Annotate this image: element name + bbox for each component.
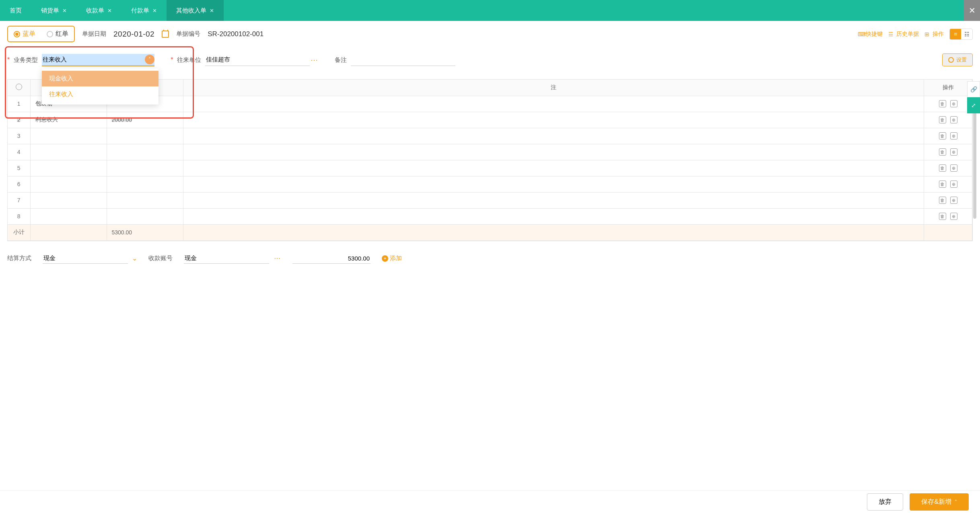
close-icon[interactable]: ✕ bbox=[210, 8, 214, 14]
delete-row-icon[interactable]: 🗑 bbox=[939, 116, 946, 123]
table-row[interactable]: 5🗑⊕ bbox=[8, 160, 972, 176]
row-amount-cell[interactable]: 2000.00 bbox=[107, 112, 183, 128]
date-value[interactable]: 2020-01-02 bbox=[113, 30, 154, 39]
add-row-icon[interactable]: ⊕ bbox=[950, 132, 957, 140]
table-row[interactable]: 8🗑⊕ bbox=[8, 208, 972, 224]
row-name-cell[interactable] bbox=[30, 208, 107, 224]
ellipsis-icon[interactable]: ⋯ bbox=[274, 254, 281, 262]
add-row-icon[interactable]: ⊕ bbox=[950, 164, 957, 172]
row-amount-cell[interactable] bbox=[107, 192, 183, 208]
row-amount-cell[interactable] bbox=[107, 160, 183, 176]
radio-red-bill[interactable]: 红单 bbox=[41, 27, 74, 41]
delete-row-icon[interactable]: 🗑 bbox=[939, 100, 946, 107]
add-settlement-button[interactable]: +添加 bbox=[382, 254, 402, 262]
row-index: 1 bbox=[8, 96, 30, 112]
delete-row-icon[interactable]: 🗑 bbox=[939, 197, 946, 204]
table-row[interactable]: 7🗑⊕ bbox=[8, 192, 972, 208]
close-icon[interactable]: ✕ bbox=[62, 8, 67, 14]
remark-input[interactable] bbox=[351, 54, 455, 66]
shortcut-link[interactable]: ⌨快捷键 bbox=[858, 31, 883, 38]
add-row-icon[interactable]: ⊕ bbox=[950, 100, 957, 107]
table-row[interactable]: 2利息收入2000.00🗑⊕ bbox=[8, 112, 972, 128]
delete-row-icon[interactable]: 🗑 bbox=[939, 148, 946, 156]
row-ops-cell: 🗑⊕ bbox=[924, 208, 972, 224]
ops-column-header: 操作 bbox=[924, 80, 972, 96]
subtotal-amount: 5300.00 bbox=[107, 224, 183, 240]
settings-column-header[interactable] bbox=[8, 80, 30, 96]
delete-row-icon[interactable]: 🗑 bbox=[939, 164, 946, 172]
party-input[interactable] bbox=[205, 54, 310, 66]
row-ops-cell: 🗑⊕ bbox=[924, 144, 972, 160]
row-ops-cell: 🗑⊕ bbox=[924, 176, 972, 192]
settings-button[interactable]: 设置 bbox=[942, 53, 973, 66]
close-icon[interactable]: ✕ bbox=[152, 8, 157, 14]
subtotal-label: 小计 bbox=[8, 224, 30, 240]
row-amount-cell[interactable] bbox=[107, 144, 183, 160]
add-row-icon[interactable]: ⊕ bbox=[950, 213, 957, 220]
row-name-cell[interactable]: 利息收入 bbox=[30, 112, 107, 128]
tab-payment[interactable]: 付款单✕ bbox=[121, 0, 167, 21]
row-remark-cell[interactable] bbox=[183, 160, 924, 176]
remark-field: 备注 bbox=[335, 54, 455, 66]
table-row[interactable]: 3🗑⊕ bbox=[8, 128, 972, 144]
add-row-icon[interactable]: ⊕ bbox=[950, 197, 957, 204]
tab-other-income[interactable]: 其他收入单✕ bbox=[167, 0, 224, 21]
row-amount-cell[interactable] bbox=[107, 128, 183, 144]
row-name-cell[interactable] bbox=[30, 192, 107, 208]
add-row-icon[interactable]: ⊕ bbox=[950, 181, 957, 188]
row-remark-cell[interactable] bbox=[183, 176, 924, 192]
tab-home[interactable]: 首页 bbox=[0, 0, 31, 21]
dropdown-option-accounts-income[interactable]: 往来收入 bbox=[42, 86, 159, 102]
row-name-cell[interactable] bbox=[30, 160, 107, 176]
fullscreen-button[interactable]: ⤢ bbox=[967, 97, 980, 113]
view-detail-button[interactable]: ☷ bbox=[961, 29, 972, 39]
row-amount-cell[interactable] bbox=[107, 208, 183, 224]
row-remark-cell[interactable] bbox=[183, 144, 924, 160]
calendar-icon[interactable] bbox=[162, 31, 169, 38]
delete-row-icon[interactable]: 🗑 bbox=[939, 213, 946, 220]
business-type-field: * 业务类型 ˄ 现金收入 往来收入 bbox=[7, 54, 154, 66]
settle-amount-input[interactable] bbox=[292, 253, 371, 264]
row-index: 5 bbox=[8, 160, 30, 176]
account-label: 收款账号 bbox=[148, 254, 173, 262]
attachment-button[interactable]: 🔗 bbox=[967, 81, 980, 97]
dropdown-option-cash-income[interactable]: 现金收入 bbox=[42, 71, 159, 86]
close-icon[interactable]: ✕ bbox=[107, 8, 112, 14]
add-row-icon[interactable]: ⊕ bbox=[950, 116, 957, 123]
row-ops-cell: 🗑⊕ bbox=[924, 160, 972, 176]
view-list-button[interactable]: ≡ bbox=[950, 29, 961, 39]
remark-label: 备注 bbox=[335, 56, 347, 64]
row-remark-cell[interactable] bbox=[183, 208, 924, 224]
tab-sales[interactable]: 销货单✕ bbox=[31, 0, 76, 21]
tab-receipt[interactable]: 收款单✕ bbox=[76, 0, 121, 21]
grid-icon: ⊞ bbox=[924, 31, 931, 37]
row-name-cell[interactable] bbox=[30, 176, 107, 192]
ellipsis-icon[interactable]: ⋯ bbox=[311, 55, 319, 64]
delete-row-icon[interactable]: 🗑 bbox=[939, 132, 946, 140]
business-type-dropdown: 现金收入 往来收入 bbox=[42, 68, 159, 105]
row-remark-cell[interactable] bbox=[183, 128, 924, 144]
chevron-up-icon[interactable]: ˄ bbox=[145, 55, 154, 64]
business-type-label: 业务类型 bbox=[14, 56, 38, 64]
account-input[interactable] bbox=[184, 253, 269, 264]
link-icon: 🔗 bbox=[970, 86, 977, 92]
radio-blue-bill[interactable]: 蓝单 bbox=[8, 27, 41, 41]
row-remark-cell[interactable] bbox=[183, 192, 924, 208]
delete-row-icon[interactable]: 🗑 bbox=[939, 181, 946, 188]
close-panel-button[interactable]: ✕ bbox=[964, 0, 980, 21]
settle-method-input[interactable] bbox=[43, 253, 128, 264]
chevron-down-icon[interactable]: ⌄ bbox=[132, 254, 137, 262]
row-amount-cell[interactable] bbox=[107, 176, 183, 192]
gear-icon bbox=[948, 57, 954, 63]
table-row[interactable]: 4🗑⊕ bbox=[8, 144, 972, 160]
row-remark-cell[interactable] bbox=[183, 96, 924, 112]
row-remark-cell[interactable] bbox=[183, 112, 924, 128]
business-type-input[interactable] bbox=[42, 54, 154, 66]
row-name-cell[interactable] bbox=[30, 144, 107, 160]
history-link[interactable]: ☰历史单据 bbox=[888, 31, 919, 38]
add-row-icon[interactable]: ⊕ bbox=[950, 148, 957, 156]
required-asterisk: * bbox=[171, 56, 173, 64]
ops-link[interactable]: ⊞操作 bbox=[924, 31, 944, 38]
table-row[interactable]: 6🗑⊕ bbox=[8, 176, 972, 192]
row-name-cell[interactable] bbox=[30, 128, 107, 144]
